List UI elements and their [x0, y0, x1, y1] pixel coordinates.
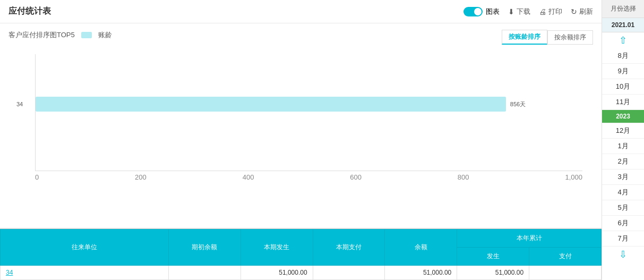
sidebar-up-button[interactable]: ⇧ [602, 32, 644, 48]
bar-fill [36, 97, 506, 112]
sidebar-month-item[interactable]: 8月 [602, 48, 644, 64]
chart-toggle[interactable] [463, 7, 483, 16]
sidebar-month-item[interactable]: 1月 [602, 139, 644, 154]
chart-header: 客户应付排序图TOP5 账龄 按账龄排序 按余额排序 [8, 30, 593, 45]
print-button[interactable]: 🖨 打印 [539, 7, 562, 16]
td-current: 51,000.00 [241, 266, 313, 280]
table-area: 往来单位 期初余额 本期发生 本期支付 余额 本年累计 发生 支付 34 51,… [0, 228, 602, 280]
header: 应付统计表 图表 ⬇ 下载 🖨 打印 ↻ 刷新 [0, 0, 602, 23]
table-row: 34 51,000.00 51,000.00 51,000.00 [1, 266, 602, 280]
td-unit[interactable]: 34 [1, 266, 169, 280]
sidebar-month-item[interactable]: 7月 [602, 231, 644, 247]
chart-area: 客户应付排序图TOP5 账龄 按账龄排序 按余额排序 34 856天 0 [0, 23, 602, 228]
th-current: 本期发生 [241, 230, 313, 266]
th-payment: 本期支付 [313, 230, 385, 266]
download-label: 下载 [517, 7, 530, 16]
bar-chart: 34 856天 [35, 54, 582, 171]
sidebar-month-item[interactable]: 11月 [602, 95, 644, 110]
th-ytd-pay: 支付 [529, 248, 602, 266]
sidebar-month-item[interactable]: 12月 [602, 123, 644, 139]
header-actions: 图表 ⬇ 下载 🖨 打印 ↻ 刷新 [463, 7, 593, 16]
refresh-icon: ↻ [571, 7, 577, 16]
tab-by-balance[interactable]: 按账龄排序 [502, 30, 547, 45]
sidebar-down-button[interactable]: ⇩ [602, 247, 644, 262]
print-icon: 🖨 [539, 7, 546, 16]
print-label: 打印 [548, 7, 562, 16]
bar-row-label: 34 [16, 101, 23, 107]
th-opening: 期初余额 [168, 230, 241, 266]
th-ytd: 本年累计 [457, 230, 602, 248]
bar-end-label: 856天 [510, 100, 526, 108]
chart-tabs: 按账龄排序 按余额排序 [502, 30, 593, 45]
chart-wrapper: 34 856天 0 200 400 600 800 1,000 [35, 49, 582, 181]
legend-color-box [81, 32, 92, 38]
td-ytd-pay [529, 266, 602, 280]
sidebar-month-item[interactable]: 2月 [602, 154, 644, 169]
data-table: 往来单位 期初余额 本期发生 本期支付 余额 本年累计 发生 支付 34 51,… [0, 229, 602, 280]
refresh-button[interactable]: ↻ 刷新 [571, 7, 593, 16]
chart-toggle-label: 图表 [486, 7, 500, 16]
sidebar: 月份选择 2021.01 ⇧ 8月9月10月11月202312月1月2月3月4月… [602, 0, 644, 280]
sidebar-month-item[interactable]: 9月 [602, 64, 644, 79]
sidebar-month-item[interactable]: 5月 [602, 200, 644, 216]
sidebar-year-label: 2023 [602, 110, 644, 123]
td-opening [168, 266, 241, 280]
legend-color-label: 账龄 [98, 30, 112, 40]
chart-legend: 客户应付排序图TOP5 账龄 [8, 30, 112, 40]
td-payment [313, 266, 385, 280]
sidebar-nav: ⇧ 8月9月10月11月202312月1月2月3月4月5月6月7月 ⇩ [602, 32, 644, 280]
download-icon: ⬇ [508, 7, 514, 16]
legend-text: 客户应付排序图TOP5 [8, 30, 75, 40]
th-ytd-occur: 发生 [457, 248, 529, 266]
sidebar-month-item[interactable]: 4月 [602, 185, 644, 200]
download-button[interactable]: ⬇ 下载 [508, 7, 530, 16]
refresh-label: 刷新 [579, 7, 593, 16]
x-axis: 0 200 400 600 800 1,000 [35, 173, 582, 181]
chart-toggle-wrap[interactable]: 图表 [463, 7, 500, 16]
sidebar-current: 2021.01 [602, 18, 644, 32]
sidebar-month-item[interactable]: 6月 [602, 216, 644, 231]
th-unit: 往来单位 [1, 230, 169, 266]
sidebar-month-item[interactable]: 10月 [602, 79, 644, 95]
sidebar-month-item[interactable]: 3月 [602, 169, 644, 185]
td-ytd-occur: 51,000.00 [457, 266, 529, 280]
th-balance: 余额 [385, 230, 457, 266]
tab-by-amount[interactable]: 按余额排序 [547, 30, 593, 45]
page-title: 应付统计表 [8, 6, 51, 17]
sidebar-header: 月份选择 [602, 0, 644, 18]
td-balance: 51,000.00 [385, 266, 457, 280]
